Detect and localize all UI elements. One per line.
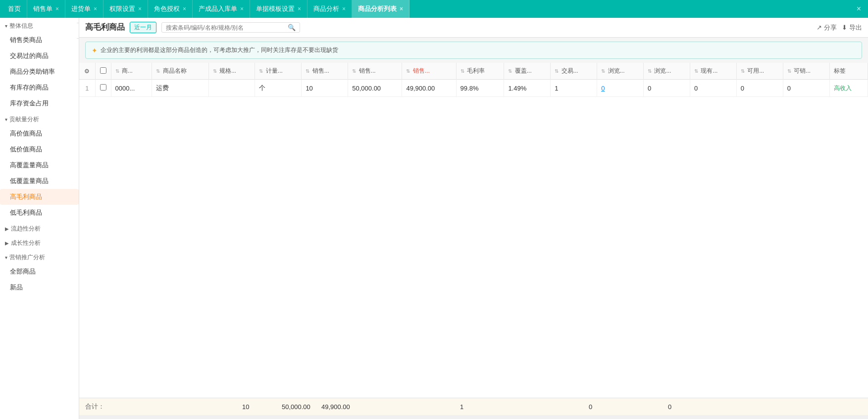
row-browse1[interactable]: 0	[597, 80, 644, 97]
row-coverage: 1.49%	[504, 80, 551, 97]
nav-tab-template[interactable]: 单据模板设置 ×	[250, 0, 307, 18]
close-icon[interactable]: ×	[400, 5, 403, 12]
row-number: 1	[79, 80, 95, 97]
sidebar-item-all-goods[interactable]: 全部商品	[0, 264, 79, 279]
close-icon[interactable]: ×	[240, 5, 244, 12]
col-browse1[interactable]: ⇅ 浏览...	[597, 63, 644, 80]
sidebar-item-high-value[interactable]: 高价值商品	[0, 126, 79, 141]
sidebar-group-overall[interactable]: ▾ 整体信息	[0, 18, 79, 32]
footer-browse2-val: 0	[585, 403, 624, 411]
footer-sales-profit: 49,900.00	[317, 403, 357, 411]
nav-tab-analysis-list[interactable]: 商品分析列表 ×	[352, 0, 409, 18]
sidebar-item-category-rate[interactable]: 商品分类助销率	[0, 64, 79, 80]
nav-tab-sales[interactable]: 销售单 ×	[27, 0, 65, 18]
row-code: 0000...	[111, 80, 152, 97]
sidebar-item-low-margin[interactable]: 低毛利商品	[0, 205, 79, 221]
col-spec[interactable]: ⇅ 规格...	[208, 63, 255, 80]
nav-tab-permission[interactable]: 权限设置 ×	[103, 0, 148, 18]
col-available[interactable]: ⇅ 可用...	[736, 63, 783, 80]
data-table-container[interactable]: ⚙ ⇅ 商... ⇅ 商品名称	[79, 63, 868, 398]
sidebar-item-traded-goods[interactable]: 交易过的商品	[0, 48, 79, 64]
search-input[interactable]	[166, 24, 288, 31]
sidebar-item-low-value[interactable]: 低价值商品	[0, 141, 79, 157]
col-gross-margin[interactable]: ⇅ 毛利率	[456, 63, 504, 80]
panel-actions: ↗ 分享 ⬇ 导出	[817, 23, 862, 32]
row-tag: 高收入	[829, 80, 868, 97]
select-all-checkbox[interactable]	[100, 67, 106, 74]
sidebar-item-stock-capital[interactable]: 库存资金占用	[0, 95, 79, 111]
sidebar-group-contribution[interactable]: ▾ 贡献量分析	[0, 111, 79, 126]
sidebar: « ▾ 整体信息 销售类商品 交易过的商品 商品分类助销率 有库存的商品 库存资…	[0, 18, 79, 419]
share-icon: ↗	[817, 24, 822, 31]
sort-icon: ⇅	[787, 68, 791, 74]
footer-trade: 1	[456, 403, 496, 411]
col-current[interactable]: ⇅ 现有...	[690, 63, 736, 80]
sidebar-item-high-coverage[interactable]: 高覆盖量商品	[0, 157, 79, 173]
nav-tab-product-in[interactable]: 产成品入库单 ×	[193, 0, 250, 18]
col-sales-amount[interactable]: ⇅ 销售...	[348, 63, 402, 80]
row-checkbox[interactable]	[95, 80, 111, 97]
sort-icon: ⇅	[648, 68, 652, 74]
sort-icon: ⇅	[601, 68, 605, 74]
content-panel: 高毛利商品 近一月 🔍 ↗ 分享 ⬇ 导出 ✦ 企业的主要的利润都是这部分商品创…	[79, 18, 868, 419]
col-settings[interactable]: ⚙	[79, 63, 95, 80]
nav-tab-analysis[interactable]: 商品分析 ×	[307, 0, 352, 18]
sidebar-collapse-button[interactable]: «	[77, 23, 79, 39]
row-name: 运费	[152, 80, 208, 97]
sort-icon: ⇅	[306, 68, 309, 74]
row-unit: 个	[255, 80, 302, 97]
col-trade[interactable]: ⇅ 交易...	[551, 63, 597, 80]
close-icon[interactable]: ×	[183, 5, 186, 12]
chevron-down-icon: ▾	[5, 255, 7, 260]
col-sales-profit[interactable]: ⇅ 销售...	[402, 63, 456, 80]
settings-icon[interactable]: ⚙	[84, 68, 90, 75]
sort-icon: ⇅	[555, 68, 559, 74]
col-code[interactable]: ⇅ 商...	[111, 63, 152, 80]
nav-tab-home[interactable]: 首页	[2, 0, 27, 18]
row-gross-margin: 99.8%	[456, 80, 504, 97]
period-button[interactable]: 近一月	[130, 22, 156, 33]
footer-sales-count-val: 10	[238, 403, 278, 411]
sidebar-item-high-margin[interactable]: 高毛利商品	[0, 189, 79, 205]
close-all-button[interactable]: ×	[852, 4, 866, 13]
horizontal-scrollbar[interactable]	[79, 415, 868, 419]
nav-tab-role[interactable]: 角色授权 ×	[148, 0, 193, 18]
col-name[interactable]: ⇅ 商品名称	[152, 63, 208, 80]
col-coverage[interactable]: ⇅ 覆盖...	[504, 63, 551, 80]
row-trade: 1	[551, 80, 597, 97]
info-icon: ✦	[92, 47, 98, 54]
share-button[interactable]: ↗ 分享	[817, 23, 837, 32]
sort-icon: ⇅	[213, 68, 217, 74]
sort-icon: ⇅	[741, 68, 745, 74]
close-icon[interactable]: ×	[94, 5, 97, 12]
search-icon[interactable]: 🔍	[288, 24, 296, 31]
table-header-row: ⚙ ⇅ 商... ⇅ 商品名称	[79, 63, 868, 80]
top-navigation: 首页 销售单 × 进货单 × 权限设置 × 角色授权 × 产成品入库单 × 单据…	[0, 0, 868, 18]
footer-sellable: 0	[664, 403, 704, 411]
sidebar-group-growth[interactable]: ▶ 成长性分析	[0, 235, 79, 249]
sidebar-item-in-stock[interactable]: 有库存的商品	[0, 80, 79, 95]
col-sellable[interactable]: ⇅ 可销...	[783, 63, 829, 80]
close-icon[interactable]: ×	[55, 5, 59, 12]
chevron-down-icon: ▾	[5, 23, 7, 29]
col-tag[interactable]: 标签	[829, 63, 868, 80]
row-sellable: 0	[783, 80, 829, 97]
close-icon[interactable]: ×	[298, 5, 301, 12]
col-browse2[interactable]: ⇅ 浏览...	[644, 63, 690, 80]
close-icon[interactable]: ×	[342, 5, 346, 12]
export-button[interactable]: ⬇ 导出	[842, 23, 862, 32]
info-banner: ✦ 企业的主要的利润都是这部分商品创造的，可考虑加大推广，同时关注库存是不要出现…	[85, 42, 862, 59]
sidebar-item-sales-goods[interactable]: 销售类商品	[0, 32, 79, 48]
nav-tab-purchase[interactable]: 进货单 ×	[65, 0, 103, 18]
col-unit[interactable]: ⇅ 计量...	[255, 63, 302, 80]
sidebar-group-flow[interactable]: ▶ 流趋性分析	[0, 221, 79, 235]
close-icon[interactable]: ×	[138, 5, 142, 12]
sidebar-item-new-goods[interactable]: 新品	[0, 279, 79, 295]
chevron-down-icon: ▾	[5, 117, 7, 122]
row-spec	[208, 80, 255, 97]
col-sales-count[interactable]: ⇅ 销售...	[302, 63, 348, 80]
panel-title: 高毛利商品	[85, 22, 125, 33]
sidebar-item-low-coverage[interactable]: 低覆盖量商品	[0, 173, 79, 189]
sidebar-group-marketing[interactable]: ▾ 营销推广分析	[0, 249, 79, 264]
sort-icon: ⇅	[352, 68, 356, 74]
